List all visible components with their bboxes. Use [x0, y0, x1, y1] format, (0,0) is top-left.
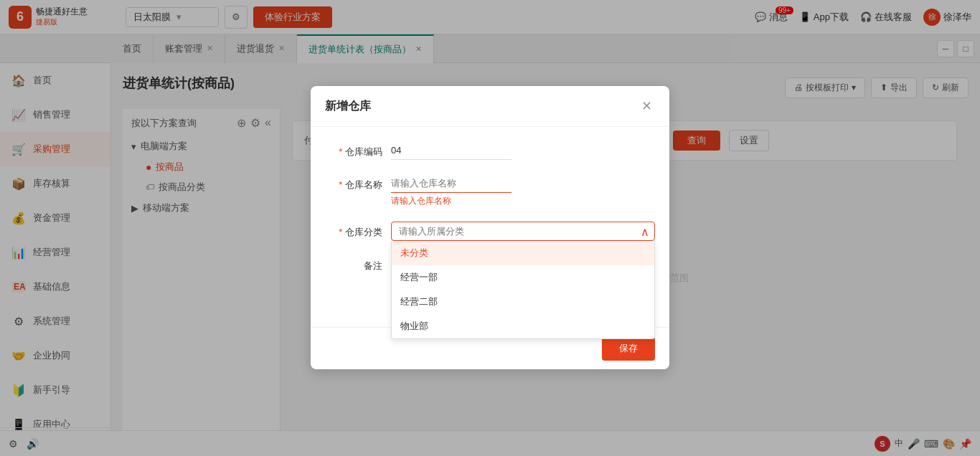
category-input[interactable] [391, 222, 655, 241]
code-label: 仓库编码 [325, 141, 382, 158]
save-button[interactable]: 保存 [602, 336, 655, 361]
name-row: 仓库名称 请输入仓库名称 [325, 174, 655, 207]
name-input-wrap: 请输入仓库名称 [391, 174, 655, 207]
code-row: 仓库编码 [325, 141, 655, 160]
dropdown-option-property[interactable]: 物业部 [392, 314, 654, 338]
category-dropdown-wrap: ∧ 未分类 经营一部 经营二部 物业部 [391, 222, 655, 241]
dropdown-arrow-icon[interactable]: ∧ [641, 224, 649, 238]
modal-backdrop: 新增仓库 ✕ 仓库编码 仓库名称 请输入仓库名称 仓库分类 [0, 0, 980, 456]
dropdown-option-operations1[interactable]: 经营一部 [392, 265, 654, 290]
name-label: 仓库名称 [325, 174, 382, 191]
note-label: 备注 [325, 255, 382, 272]
modal-body: 仓库编码 仓库名称 请输入仓库名称 仓库分类 ∧ [311, 127, 669, 327]
name-error-message: 请输入仓库名称 [391, 195, 655, 207]
add-warehouse-modal: 新增仓库 ✕ 仓库编码 仓库名称 请输入仓库名称 仓库分类 [311, 86, 669, 369]
modal-header: 新增仓库 ✕ [311, 86, 669, 127]
dropdown-option-operations2[interactable]: 经营二部 [392, 290, 654, 314]
category-label: 仓库分类 [325, 222, 382, 239]
modal-close-button[interactable]: ✕ [638, 98, 655, 115]
category-dropdown-list: 未分类 经营一部 经营二部 物业部 [391, 241, 655, 339]
code-input[interactable] [391, 141, 512, 160]
dropdown-option-unclassified[interactable]: 未分类 [392, 241, 654, 265]
name-input[interactable] [391, 174, 512, 193]
code-input-wrap [391, 141, 655, 160]
modal-title: 新增仓库 [325, 99, 371, 114]
category-row: 仓库分类 ∧ 未分类 经营一部 经营二部 物业部 [325, 222, 655, 241]
